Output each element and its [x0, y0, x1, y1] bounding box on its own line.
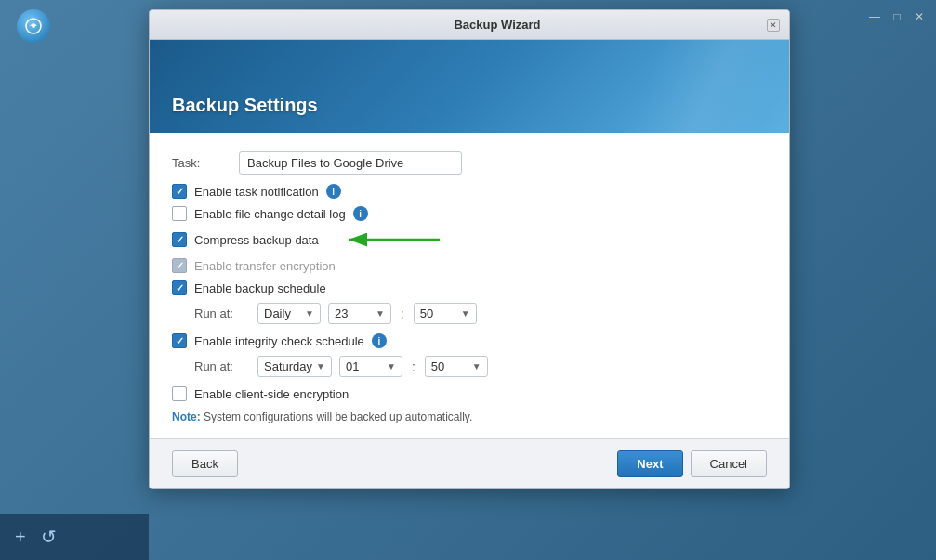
task-notification-checkbox[interactable] [172, 184, 187, 199]
window-title: Backup Wizard [215, 18, 780, 32]
backup-run-at-label: Run at: [194, 306, 250, 320]
integrity-run-at-label: Run at: [194, 359, 250, 373]
taskbar: + ↺ [0, 514, 149, 560]
transfer-encryption-label: Enable transfer encryption [194, 259, 336, 273]
window-controls: ✕ [767, 19, 780, 32]
backup-frequency-select[interactable]: Daily ▼ [257, 303, 321, 324]
integrity-time-colon: : [412, 359, 415, 374]
note-text: System configurations will be backed up … [201, 410, 473, 423]
banner: Backup Settings [150, 40, 789, 133]
integrity-minute-select[interactable]: 50 ▼ [425, 356, 488, 377]
backup-schedule-checkbox[interactable] [172, 280, 187, 295]
transfer-encryption-checkbox[interactable] [172, 258, 187, 273]
integrity-day-value: Saturday [264, 359, 312, 373]
client-encryption-checkbox[interactable] [172, 386, 187, 401]
task-input[interactable] [239, 151, 462, 175]
task-row: Task: [172, 151, 767, 175]
backup-hour-value: 23 [335, 306, 372, 320]
integrity-hour-select[interactable]: 01 ▼ [339, 356, 402, 377]
integrity-schedule-label: Enable integrity check schedule [194, 334, 364, 348]
note-keyword: Note: [172, 410, 201, 423]
outer-close-button[interactable]: ✕ [912, 9, 927, 24]
app-icon[interactable] [17, 9, 50, 43]
backup-schedule-label: Enable backup schedule [194, 281, 326, 295]
backup-wizard-window: Backup Wizard ✕ Backup Settings Task: En… [149, 9, 790, 489]
transfer-encryption-row: Enable transfer encryption [172, 258, 767, 273]
desktop: — □ ✕ + ↺ Backup Wizard ✕ Backup Setting… [0, 0, 936, 560]
outer-minimize-button[interactable]: — [867, 9, 882, 24]
content-area: Task: Enable task notification i Enable … [150, 133, 789, 438]
backup-minute-value: 50 [420, 306, 457, 320]
backup-frequency-value: Daily [264, 306, 301, 320]
title-bar: Backup Wizard ✕ [150, 10, 789, 40]
integrity-schedule-checkbox[interactable] [172, 333, 187, 348]
backup-schedule-run-row: Run at: Daily ▼ 23 ▼ : 50 ▼ [172, 303, 767, 324]
backup-hour-select[interactable]: 23 ▼ [328, 303, 391, 324]
compress-backup-label: Compress backup data [194, 233, 319, 247]
outer-maximize-button[interactable]: □ [890, 9, 904, 24]
integrity-schedule-info-icon[interactable]: i [372, 333, 387, 348]
integrity-minute-value: 50 [431, 359, 468, 373]
backup-hour-chevron-icon: ▼ [376, 308, 385, 319]
window-close-button[interactable]: ✕ [767, 19, 780, 32]
history-button[interactable]: ↺ [41, 526, 57, 548]
add-button[interactable]: + [15, 527, 26, 548]
file-change-log-label: Enable file change detail log [194, 207, 346, 221]
task-label: Task: [172, 156, 228, 170]
client-encryption-row: Enable client-side encryption [172, 386, 767, 401]
note-row: Note: System configurations will be back… [172, 410, 767, 423]
compress-backup-row: Compress backup data [172, 228, 767, 251]
backup-minute-chevron-icon: ▼ [461, 308, 470, 319]
integrity-hour-value: 01 [346, 359, 383, 373]
file-change-log-checkbox[interactable] [172, 206, 187, 221]
green-arrow-annotation [337, 228, 449, 251]
integrity-day-chevron-icon: ▼ [316, 361, 325, 371]
backup-minute-select[interactable]: 50 ▼ [414, 303, 477, 324]
backup-frequency-chevron-icon: ▼ [305, 308, 314, 319]
integrity-schedule-run-row: Run at: Saturday ▼ 01 ▼ : 50 ▼ [172, 356, 767, 377]
back-button[interactable]: Back [172, 450, 238, 477]
integrity-schedule-row: Enable integrity check schedule i [172, 333, 767, 348]
svg-point-1 [32, 24, 35, 28]
integrity-minute-chevron-icon: ▼ [472, 361, 481, 371]
compress-backup-checkbox[interactable] [172, 232, 187, 247]
integrity-hour-chevron-icon: ▼ [387, 361, 396, 371]
task-notification-label: Enable task notification [194, 185, 319, 199]
backup-time-colon: : [401, 306, 404, 321]
banner-title: Backup Settings [172, 95, 318, 116]
cancel-button[interactable]: Cancel [691, 450, 767, 477]
task-notification-row: Enable task notification i [172, 184, 767, 199]
outer-window-controls: — □ ✕ [867, 9, 927, 24]
next-button[interactable]: Next [617, 450, 682, 477]
integrity-day-select[interactable]: Saturday ▼ [257, 356, 332, 377]
client-encryption-label: Enable client-side encryption [194, 387, 349, 401]
footer: Back Next Cancel [150, 438, 789, 488]
file-change-log-info-icon[interactable]: i [353, 206, 368, 221]
file-change-log-row: Enable file change detail log i [172, 206, 767, 221]
backup-schedule-row: Enable backup schedule [172, 280, 767, 295]
task-notification-info-icon[interactable]: i [326, 184, 341, 199]
